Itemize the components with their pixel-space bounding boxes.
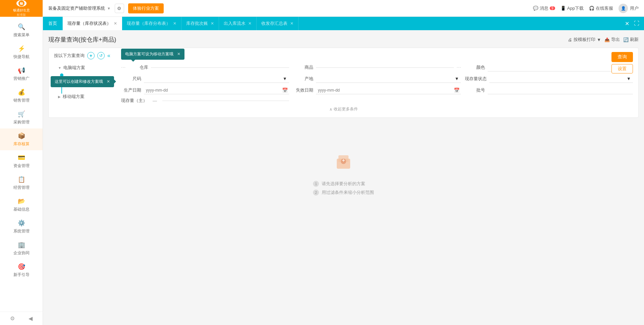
refresh-btn[interactable]: 🔄 刷新: [623, 37, 639, 43]
sidebar-collapse-btn[interactable]: ◀: [29, 315, 33, 322]
sidebar-item-label-marketing: 营销推广: [13, 76, 30, 82]
filter-field-stock-main: 现存量（主） —: [121, 98, 289, 104]
sidebar-item-finance[interactable]: 💳 资金管理: [0, 150, 43, 172]
tab-inventory-dist[interactable]: 现存量（库存分布表） ✕: [122, 17, 181, 30]
tab-close-summary[interactable]: ✕: [290, 21, 293, 26]
guide-icon: 🎯: [17, 263, 25, 271]
filter-row-3: 生产日期 📅 失效日期 📅: [121, 86, 633, 94]
sidebar-logo: 畅 畅通好生意 标准版: [0, 0, 43, 17]
filter-add-btn[interactable]: +: [87, 52, 95, 59]
produce-date-label: 生产日期: [121, 87, 141, 93]
produce-date-input[interactable]: 📅: [144, 87, 289, 94]
sidebar-item-search[interactable]: 🔍 搜索菜单: [0, 19, 43, 41]
purchase-icon: 🛒: [17, 110, 25, 118]
service-action[interactable]: 🎧 在线客服: [589, 5, 613, 11]
sidebar-item-corp[interactable]: 🏢 企业协同: [0, 237, 43, 259]
stock-main-label: 现存量（主）: [121, 98, 147, 104]
sidebar-item-basic[interactable]: 📂 基础信息: [0, 194, 43, 216]
print-btn[interactable]: 🖨 按模板打印 ▼: [568, 37, 601, 43]
service-icon: 🎧: [589, 6, 594, 11]
stock-main-input[interactable]: [162, 101, 289, 101]
sidebar-item-quick[interactable]: ⚡ 快捷导航: [0, 41, 43, 63]
sidebar-item-purchase[interactable]: 🛒 采购管理: [0, 107, 43, 128]
tab-maximize-btn[interactable]: ⛶: [632, 20, 641, 27]
goods-label: 商品: [293, 64, 313, 70]
pc-scheme-arrow: ▼: [58, 66, 61, 70]
sidebar-item-inventory[interactable]: 📦 库存核算: [0, 128, 43, 150]
filter-refresh-btn[interactable]: ↺: [97, 52, 105, 59]
produce-date-field[interactable]: [144, 87, 281, 94]
tab-batch[interactable]: 库存批次账 ✕: [181, 17, 219, 30]
filter-label: 按以下方案查询: [54, 53, 85, 59]
sales-icon: 💰: [17, 88, 25, 96]
tab-home[interactable]: 首页: [43, 17, 63, 30]
tab-inventory-status[interactable]: 现存量（库存状况表） ✕: [63, 17, 122, 30]
system-name: 装备及固定资产辅助管理系统 ▼: [48, 5, 111, 11]
filter-arrow-btn[interactable]: «: [107, 53, 110, 59]
sidebar-item-sales[interactable]: 💰 销售管理: [0, 85, 43, 107]
stock-main-separator: —: [153, 98, 157, 103]
sidebar-item-system[interactable]: ⚙️ 系统管理: [0, 216, 43, 237]
size-select[interactable]: ▼: [144, 75, 289, 83]
expire-date-input[interactable]: 📅: [316, 87, 461, 94]
filter-field-stock-status: 现存量状态 ▼: [465, 75, 633, 83]
expire-date-field[interactable]: [316, 87, 453, 94]
sidebar-item-marketing[interactable]: 📢 营销推广: [0, 63, 43, 85]
tab-close-inventory-dist[interactable]: ✕: [173, 21, 176, 26]
main-area: 装备及固定资产辅助管理系统 ▼ ⚙ 体验行业方案 💬 消息 9 📱 App下载 …: [43, 0, 644, 325]
export-btn[interactable]: 📤 导出: [604, 37, 620, 43]
pc-scheme-header[interactable]: ▼ 电脑端方案: [54, 63, 114, 72]
sidebar-item-guide[interactable]: 🎯 新手引导: [0, 259, 43, 281]
filter-field-origin: 产地 ▼: [293, 75, 461, 83]
create-tooltip-close[interactable]: ✕: [107, 79, 110, 84]
produce-calendar-icon[interactable]: 📅: [281, 88, 289, 93]
sidebar-item-label-ops: 经营管理: [13, 185, 30, 191]
tab-close-inventory-status[interactable]: ✕: [114, 21, 117, 26]
tab-flow[interactable]: 出入库流水 ✕: [219, 17, 257, 30]
sidebar-settings-btn[interactable]: ⚙: [10, 315, 15, 322]
mobile-scheme-arrow: ▶: [58, 95, 61, 99]
sidebar-item-ops[interactable]: 📋 经营管理: [0, 172, 43, 194]
avatar: 👤: [619, 4, 628, 13]
filter-btn-group: 查询 设置: [611, 52, 633, 73]
tab-close-batch[interactable]: ✕: [211, 21, 214, 26]
sidebar-item-label-basic: 基础信息: [13, 207, 30, 212]
service-label: 在线客服: [596, 5, 613, 11]
stock-status-select[interactable]: ▼: [489, 75, 633, 83]
filter-header: 按以下方案查询 + ↺ « 电脑方案可设为移动方案哦 ✕: [54, 52, 633, 59]
sidebar-item-label-system: 系统管理: [13, 228, 30, 234]
content-area: 现存量查询(按仓库+商品) 🖨 按模板打印 ▼ 📤 导出 🔄 刷新: [43, 30, 644, 325]
tab-close-all-btn[interactable]: ✕: [623, 20, 631, 28]
print-icon: 🖨: [568, 37, 572, 42]
query-btn[interactable]: 查询: [611, 52, 633, 62]
tab-close-flow[interactable]: ✕: [248, 21, 252, 26]
pc-tooltip-close[interactable]: ✕: [177, 52, 180, 56]
sidebar-item-label-purchase: 采购管理: [13, 119, 30, 125]
origin-select[interactable]: ▼: [316, 75, 461, 83]
color-label: 颜色: [465, 64, 485, 70]
filter-fields-area: ··· 仓库 商品 ··· 颜色: [114, 63, 633, 104]
scheme-area: ▼ 电脑端方案 这里可以创建和修改方案哦 ✕: [54, 63, 633, 104]
trial-btn[interactable]: 体验行业方案: [128, 3, 164, 13]
warehouse-input: [151, 67, 289, 68]
user-btn[interactable]: 👤 用户: [619, 4, 639, 13]
search-icon: 🔍: [17, 23, 25, 31]
collapse-more-btn[interactable]: ∧ 收起更多条件: [54, 104, 633, 113]
print-label: 按模板打印: [574, 37, 595, 43]
title-actions: 🖨 按模板打印 ▼ 📤 导出 🔄 刷新: [568, 37, 639, 43]
create-tooltip: 这里可以创建和修改方案哦 ✕: [51, 76, 114, 87]
set-btn[interactable]: 设置: [611, 64, 633, 73]
app-action[interactable]: 📱 App下载: [560, 5, 584, 11]
sidebar-item-label-sales: 销售管理: [13, 98, 30, 103]
batch-input[interactable]: [488, 86, 633, 94]
tabs-actions: ✕ ⛶: [623, 20, 644, 28]
phone-icon: 📱: [560, 6, 566, 11]
basic-icon: 📂: [17, 197, 25, 205]
tab-summary[interactable]: 收发存汇总表 ✕: [257, 17, 299, 30]
header-settings-btn[interactable]: ⚙: [115, 4, 124, 13]
empty-tips: 1 请先选择要分析的方案 2 用过滤条件来缩小分析范围: [313, 181, 374, 196]
expire-calendar-icon[interactable]: 📅: [452, 88, 461, 93]
tip-num-1: 1: [313, 181, 319, 187]
message-action[interactable]: 💬 消息 9: [533, 5, 555, 11]
sidebar-item-label-inventory: 库存核算: [13, 141, 30, 147]
